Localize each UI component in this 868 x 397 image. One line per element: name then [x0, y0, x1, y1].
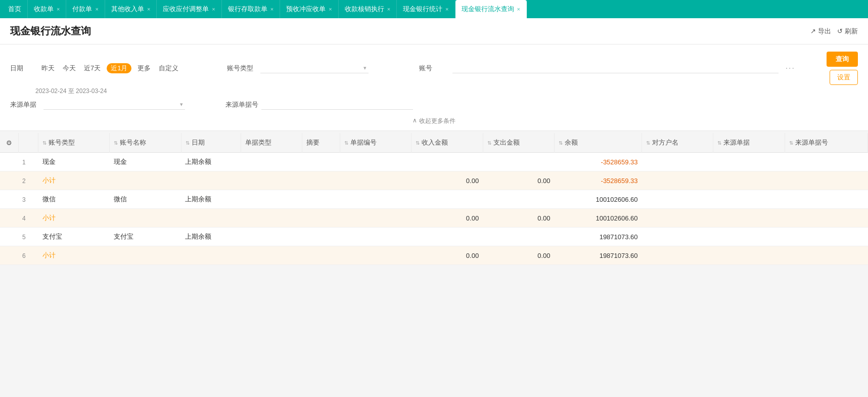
cell-expense: 0.00: [483, 171, 554, 190]
table-row[interactable]: 5 支付宝 支付宝 上期余额 19871073.60: [0, 228, 868, 246]
nav-other-income[interactable]: 其他收入单 ×: [105, 0, 157, 18]
cell-rownum: 5: [18, 228, 38, 246]
nav-receipts-close[interactable]: ×: [57, 6, 60, 12]
cell-source-doc-no: [785, 190, 867, 209]
nav-prepay-label: 预收冲应收单: [286, 5, 326, 14]
nav-prepay[interactable]: 预收冲应收单 ×: [280, 0, 338, 18]
source-doc-no-label: 来源单据号: [225, 100, 258, 109]
table-row[interactable]: 2 小计 0.00 0.00 -3528659.33: [0, 171, 868, 190]
col-gear[interactable]: ⚙: [0, 133, 18, 153]
shortcut-today[interactable]: 今天: [61, 63, 78, 73]
account-type-input[interactable]: [260, 63, 361, 73]
nav-adjustment[interactable]: 应收应付调整单 ×: [157, 0, 221, 18]
cell-source-doc: [713, 246, 785, 265]
cell-balance: -3528659.33: [555, 153, 642, 171]
nav-flow-query-close[interactable]: ×: [517, 6, 520, 12]
shortcut-custom[interactable]: 自定义: [157, 63, 180, 73]
nav-flow-query[interactable]: 现金银行流水查询 ×: [455, 0, 527, 18]
account-type-section: 账号类型 ▾: [227, 63, 369, 73]
cell-expense: [483, 190, 554, 209]
col-account-type[interactable]: ⇅账号类型: [38, 133, 110, 153]
col-summary: 摘要: [302, 133, 340, 153]
nav-stats[interactable]: 现金银行统计 ×: [397, 0, 455, 18]
account-type-select-wrapper[interactable]: ▾: [260, 63, 369, 73]
sort-source-doc-no: ⇅: [789, 140, 793, 146]
table-row[interactable]: 3 微信 微信 上期余额 100102606.60: [0, 190, 868, 209]
nav-bank-deposit-label: 银行存取款单: [228, 5, 267, 14]
filter-buttons: 查询 设置: [827, 52, 858, 85]
sort-balance: ⇅: [559, 140, 563, 146]
shortcut-7days[interactable]: 近7天: [82, 63, 103, 73]
cell-gear: [0, 153, 18, 171]
table-row[interactable]: 1 现金 现金 上期余额 -3528659.33: [0, 153, 868, 171]
nav-receipts[interactable]: 收款单 ×: [28, 0, 66, 18]
source-doc-select-wrapper[interactable]: ▾: [43, 100, 185, 110]
cell-doc-no: [340, 171, 411, 190]
export-button[interactable]: ↗ 导出: [810, 27, 831, 36]
table-row[interactable]: 6 小计 0.00 0.00 19871073.60: [0, 246, 868, 265]
nav-other-income-close[interactable]: ×: [147, 6, 150, 12]
nav-payments-close[interactable]: ×: [95, 6, 98, 12]
cell-summary: [302, 153, 340, 171]
shortcut-1month[interactable]: 近1月: [107, 63, 131, 73]
cell-balance: -3528659.33: [555, 171, 642, 190]
setting-button[interactable]: 设置: [830, 70, 858, 85]
cell-doc-type: [241, 209, 302, 228]
query-button[interactable]: 查询: [827, 52, 858, 67]
header-actions: ↗ 导出 ↺ 刷新: [810, 27, 858, 36]
table-row[interactable]: 4 小计 0.00 0.00 100102606.60: [0, 209, 868, 228]
col-rownum: [18, 133, 38, 153]
gear-icon: ⚙: [6, 139, 12, 147]
cell-doc-no: [340, 190, 411, 209]
shortcut-more[interactable]: 更多: [135, 63, 153, 73]
account-input[interactable]: [452, 63, 778, 73]
cell-gear: [0, 228, 18, 246]
nav-collection-label: 收款核销执行: [345, 5, 384, 14]
nav-adjustment-close[interactable]: ×: [212, 6, 215, 12]
export-label: 导出: [818, 27, 831, 36]
nav-collection-close[interactable]: ×: [387, 6, 390, 12]
source-doc-input[interactable]: [43, 100, 178, 109]
cell-gear: [0, 246, 18, 265]
sort-income: ⇅: [416, 140, 420, 146]
nav-bank-deposit-close[interactable]: ×: [270, 6, 273, 12]
nav-collection[interactable]: 收款核销执行 ×: [339, 0, 397, 18]
col-expense[interactable]: ⇅支出金额: [483, 133, 554, 153]
cell-summary: [302, 246, 340, 265]
cell-income: [412, 190, 483, 209]
filter-row-source: 来源单据 ▾ 来源单据号: [10, 100, 858, 110]
top-nav: 首页 收款单 × 付款单 × 其他收入单 × 应收应付调整单 × 银行存取款单 …: [0, 0, 868, 18]
refresh-button[interactable]: ↺ 刷新: [837, 27, 858, 36]
cell-rownum: 3: [18, 190, 38, 209]
col-source-doc[interactable]: ⇅来源单据: [713, 133, 785, 153]
cell-source-doc-no: [785, 153, 867, 171]
collapse-bar[interactable]: ∧ 收起更多条件: [10, 115, 858, 126]
col-account-name[interactable]: ⇅账号名称: [110, 133, 181, 153]
date-shortcuts: 昨天 今天 近7天 近1月 更多 自定义: [39, 63, 180, 73]
cell-source-doc-no: [785, 246, 867, 265]
more-button[interactable]: ···: [783, 64, 798, 73]
col-doc-no[interactable]: ⇅单据编号: [340, 133, 411, 153]
cell-date: 上期余额: [181, 153, 241, 171]
sort-source-doc: ⇅: [717, 140, 721, 146]
sort-date: ⇅: [186, 140, 190, 146]
nav-payments[interactable]: 付款单 ×: [66, 0, 105, 18]
nav-home[interactable]: 首页: [2, 0, 28, 18]
col-source-doc-no[interactable]: ⇅来源单据号: [785, 133, 867, 153]
nav-prepay-close[interactable]: ×: [329, 6, 332, 12]
cell-counterpart: [642, 153, 713, 171]
table-header-row: ⚙ ⇅账号类型 ⇅账号名称 ⇅日期 单据类型 摘要 ⇅单据编号 ⇅收入金额 ⇅支…: [0, 133, 868, 153]
shortcut-yesterday[interactable]: 昨天: [39, 63, 57, 73]
col-counterpart[interactable]: ⇅对方户名: [642, 133, 713, 153]
col-date[interactable]: ⇅日期: [181, 133, 241, 153]
page-title: 现金银行流水查询: [10, 24, 91, 38]
nav-stats-close[interactable]: ×: [445, 6, 448, 12]
nav-bank-deposit[interactable]: 银行存取款单 ×: [222, 0, 280, 18]
source-doc-no-input[interactable]: [261, 100, 413, 110]
col-balance[interactable]: ⇅余额: [555, 133, 642, 153]
col-income[interactable]: ⇅收入金额: [412, 133, 483, 153]
nav-adjustment-label: 应收应付调整单: [163, 5, 209, 14]
filter-row-date: 日期 昨天 今天 近7天 近1月 更多 自定义 账号类型 ▾ 账号 ···: [10, 52, 858, 85]
cell-income: 0.00: [412, 171, 483, 190]
cell-source-doc-no: [785, 171, 867, 190]
